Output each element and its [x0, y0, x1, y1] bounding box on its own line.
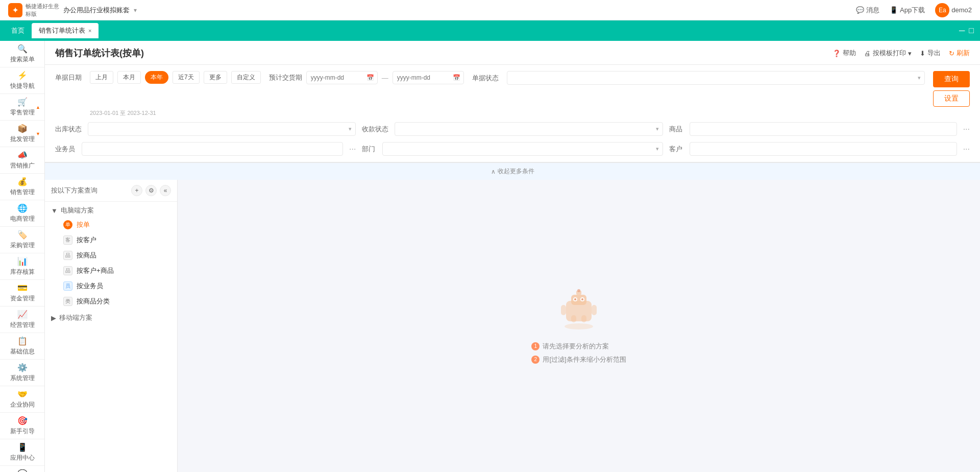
collapse-panel-btn[interactable]: « [160, 185, 171, 196]
tree-item-by-customer[interactable]: 客 按客户 [55, 232, 177, 248]
purchase-icon: 🏷️ [17, 230, 28, 240]
settings-btn[interactable]: 设置 [933, 90, 970, 107]
tab-bar: 首页 销售订单统计表 × ─ □ [0, 20, 980, 41]
header-left: ✦ 畅捷通好生意 标版 办公用品行业模拟账套 ▾ [8, 3, 137, 17]
date-recent-btn[interactable]: 近7天 [173, 71, 200, 84]
sidebar-item-quick-nav[interactable]: ⚡ 快捷导航 [0, 67, 44, 94]
sidebar-item-finance[interactable]: 💳 资金管理 [0, 280, 44, 306]
svg-rect-12 [581, 315, 586, 322]
header-title: 办公用品行业模拟账套 [63, 6, 130, 15]
collapse-bar[interactable]: ∧ 收起更多条件 [45, 162, 980, 180]
date-range-text: 2023-01-01 至 2023-12-31 [90, 110, 156, 116]
tab-home[interactable]: 首页 [4, 23, 32, 38]
empty-tip-2: 2 用[过滤]条件来缩小分析范围 [531, 353, 626, 366]
tree-item-by-product[interactable]: 品 按商品 [55, 248, 177, 263]
appcenter-icon: 📱 [17, 442, 28, 452]
help-icon: ❓ [832, 50, 841, 57]
section-pc: ▼ 电脑端方案 [45, 202, 177, 217]
svg-point-6 [581, 298, 583, 300]
empty-tips: 1 请先选择要分析的方案 2 用[过滤]条件来缩小分析范围 [531, 340, 626, 366]
sidebar-item-wholesale[interactable]: 📦 批发管理 [0, 121, 44, 147]
goods-input[interactable] [690, 122, 957, 136]
sidebar-item-basic[interactable]: 📋 基础信息 [0, 333, 44, 360]
sidebar-item-system[interactable]: ⚙️ 系统管理 [0, 360, 44, 386]
out-status-label: 出库状态 [55, 125, 84, 134]
tree-item-by-salesman[interactable]: 员 按业务员 [55, 278, 177, 294]
tab-minimize-btn[interactable]: ─ [959, 26, 965, 35]
section-mobile: ▶ 移动端方案 [45, 309, 177, 324]
newbie-icon: 🎯 [17, 416, 28, 426]
sidebar-item-appcenter[interactable]: 📱 应用中心 [0, 439, 44, 466]
sidebar-item-newbie[interactable]: 🎯 新手引导 [0, 413, 44, 439]
sidebar-item-sales[interactable]: 💰 销售管理 [0, 174, 44, 200]
page-header: 销售订单统计表(按单) ❓ 帮助 🖨 按模板打印 ▾ ⬇ 导出 ↻ 刷新 [45, 41, 980, 65]
add-scheme-btn[interactable]: + [131, 185, 142, 196]
settings-scheme-btn[interactable]: ⚙ [145, 185, 157, 196]
header-dropdown-icon[interactable]: ▾ [134, 7, 137, 14]
enterprise-icon: 🤝 [17, 389, 28, 399]
help-btn[interactable]: ❓ 帮助 [832, 49, 856, 58]
tree-item-by-category[interactable]: 类 按商品分类 [55, 294, 177, 309]
expected-date-to[interactable] [393, 71, 464, 84]
empty-tip-1: 1 请先选择要分析的方案 [531, 340, 626, 353]
sidebar-item-operations[interactable]: 📈 经营管理 [0, 306, 44, 333]
tree-item-by-customer-product[interactable]: 品 按客户+商品 [55, 263, 177, 278]
by-category-icon: 类 [63, 297, 72, 306]
message-btn[interactable]: 💬 消息 [856, 6, 879, 15]
tip-num-1: 1 [531, 342, 540, 350]
dept-select[interactable] [382, 142, 663, 156]
out-status-select[interactable] [88, 122, 356, 136]
section-pc-expand[interactable]: ▼ [51, 207, 58, 215]
date-curr-year-btn[interactable]: 本年 [145, 71, 168, 84]
customer-dots-btn[interactable]: ··· [963, 145, 970, 154]
header-right: 💬 消息 📱 App下载 Ea demo2 [856, 3, 972, 17]
expected-date-from[interactable] [306, 71, 378, 84]
goods-dots-btn[interactable]: ··· [963, 125, 970, 134]
sidebar-item-corpwechat[interactable]: 💬 企业微信 [0, 466, 44, 472]
customer-input[interactable] [690, 142, 957, 156]
salesman-input[interactable] [82, 142, 343, 156]
date-label: 单据日期 [55, 73, 86, 82]
app-download-btn[interactable]: 📱 App下载 [890, 6, 925, 15]
query-btn[interactable]: 查询 [933, 71, 970, 87]
tree-item-by-order[interactable]: 单 按单 [55, 217, 177, 232]
salesman-label: 业务员 [55, 145, 78, 154]
page-title: 销售订单统计表(按单) [55, 47, 144, 59]
status-select[interactable] [507, 71, 925, 85]
export-btn[interactable]: ⬇ 导出 [920, 49, 941, 58]
date-prev-btn[interactable]: 上月 [90, 71, 113, 84]
sidebar-item-retail[interactable]: 🛒 零售管理 [0, 94, 44, 121]
print-icon: 🖨 [864, 50, 871, 57]
sidebar-item-inventory[interactable]: 📊 库存核算 [0, 253, 44, 280]
svg-point-0 [565, 323, 593, 329]
left-panel-header: 按以下方案查询 + ⚙ « [45, 180, 177, 202]
sidebar-item-marketing[interactable]: 📣 营销推广 [0, 147, 44, 174]
sidebar-item-enterprise[interactable]: 🤝 企业协同 [0, 386, 44, 413]
date-custom-btn[interactable]: 自定义 [231, 71, 261, 84]
sidebar-item-ecom[interactable]: 🌐 电商管理 [0, 200, 44, 227]
avatar: Ea [935, 3, 949, 17]
user-area[interactable]: Ea demo2 [935, 3, 972, 17]
date-more-btn[interactable]: 更多 [204, 71, 227, 84]
tab-actions: ─ □ [959, 26, 980, 35]
goods-label: 商品 [669, 125, 685, 134]
print-btn[interactable]: 🖨 按模板打印 ▾ [864, 49, 912, 58]
section-mobile-expand[interactable]: ▶ [51, 314, 56, 322]
svg-rect-9 [561, 305, 566, 315]
date-curr-btn[interactable]: 本月 [117, 71, 141, 84]
main-content: 按以下方案查询 + ⚙ « ▼ 电脑端方案 单 按单 [45, 180, 980, 472]
customer-label: 客户 [669, 145, 685, 154]
tab-maximize-btn[interactable]: □ [969, 26, 974, 35]
marketing-icon: 📣 [17, 150, 28, 160]
sidebar-item-search[interactable]: 🔍 搜索菜单 [0, 41, 44, 67]
basic-icon: 📋 [17, 336, 28, 346]
tab-active[interactable]: 销售订单统计表 × [32, 23, 99, 38]
salesman-dots-btn[interactable]: ··· [349, 145, 356, 154]
sidebar-item-purchase[interactable]: 🏷️ 采购管理 [0, 227, 44, 253]
tab-close-icon[interactable]: × [88, 28, 91, 34]
expected-date-label: 预计交货期 [269, 73, 302, 82]
recv-status-select[interactable] [395, 122, 663, 136]
print-dropdown-icon[interactable]: ▾ [908, 50, 912, 57]
status-label: 单据状态 [472, 74, 503, 83]
refresh-btn[interactable]: ↻ 刷新 [949, 49, 970, 58]
